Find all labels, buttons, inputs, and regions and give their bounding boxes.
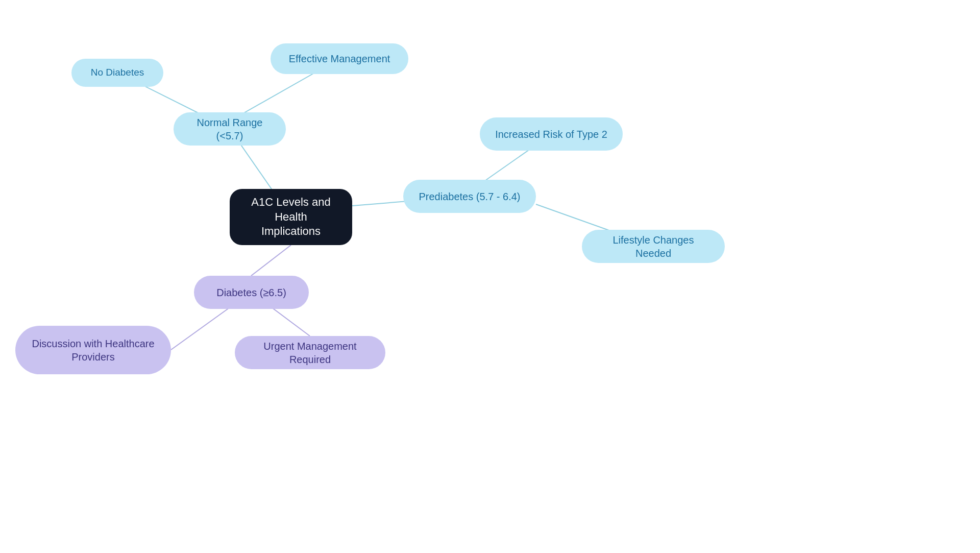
center-label: A1C Levels and Health Implications: [244, 195, 338, 239]
discussion-healthcare-node: Discussion with Healthcare Providers: [15, 326, 171, 374]
lifestyle-label: Lifestyle Changes Needed: [596, 233, 710, 260]
discussion-label: Discussion with Healthcare Providers: [30, 337, 157, 364]
effective-management-node: Effective Management: [271, 43, 408, 74]
effective-label: Effective Management: [289, 52, 390, 65]
normal-range-node: Normal Range (<5.7): [174, 112, 286, 146]
no-diabetes-node: No Diabetes: [71, 59, 163, 87]
increased-risk-node: Increased Risk of Type 2: [480, 117, 623, 151]
diabetes-node: Diabetes (≥6.5): [194, 276, 309, 309]
increasedrisk-label: Increased Risk of Type 2: [495, 128, 607, 141]
center-node: A1C Levels and Health Implications: [230, 189, 352, 245]
urgent-management-node: Urgent Management Required: [235, 336, 385, 369]
normal-label: Normal Range (<5.7): [188, 116, 272, 142]
lifestyle-changes-node: Lifestyle Changes Needed: [582, 230, 725, 263]
svg-line-6: [251, 245, 291, 276]
prediabetes-label: Prediabetes (5.7 - 6.4): [419, 190, 521, 203]
urgent-label: Urgent Management Required: [249, 340, 371, 366]
prediabetes-node: Prediabetes (5.7 - 6.4): [403, 180, 536, 213]
nodiabetes-label: No Diabetes: [91, 66, 144, 79]
diabetes-label: Diabetes (≥6.5): [216, 286, 286, 299]
